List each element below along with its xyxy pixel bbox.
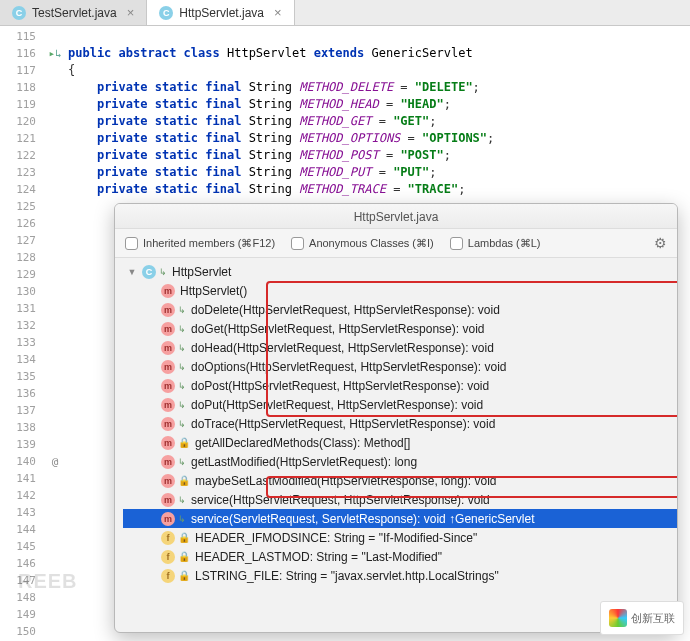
field-icon: f bbox=[161, 569, 175, 583]
method-icon: m bbox=[161, 436, 175, 450]
item-label: doTrace(HttpServletRequest, HttpServletR… bbox=[191, 417, 495, 431]
method-icon: m bbox=[161, 379, 175, 393]
tree-item[interactable]: f🔒LSTRING_FILE: String = "javax.servlet.… bbox=[123, 566, 677, 585]
override-icon: ↳ bbox=[178, 324, 186, 334]
run-icon[interactable]: ▸ bbox=[48, 47, 55, 60]
method-icon: m bbox=[161, 398, 175, 412]
lock-icon: 🔒 bbox=[178, 532, 190, 543]
tree-item[interactable]: m↳doPost(HttpServletRequest, HttpServlet… bbox=[123, 376, 677, 395]
item-label: doDelete(HttpServletRequest, HttpServlet… bbox=[191, 303, 500, 317]
override-icon: ↳ bbox=[178, 305, 186, 315]
override-icon: ↳ bbox=[178, 381, 186, 391]
tree-item[interactable]: m↳doTrace(HttpServletRequest, HttpServle… bbox=[123, 414, 677, 433]
field-icon: f bbox=[161, 550, 175, 564]
tree-item[interactable]: m↳getLastModified(HttpServletRequest): l… bbox=[123, 452, 677, 471]
tree-item[interactable]: m↳service(ServletRequest, ServletRespons… bbox=[123, 509, 677, 528]
lock-icon: 🔒 bbox=[178, 570, 190, 581]
item-label: service(HttpServletRequest, HttpServletR… bbox=[191, 493, 490, 507]
tree-item[interactable]: mHttpServlet() bbox=[123, 281, 677, 300]
marker-gutter: ▸↳ @ bbox=[42, 26, 68, 641]
tree-item[interactable]: m↳service(HttpServletRequest, HttpServle… bbox=[123, 490, 677, 509]
override-icon: ↳ bbox=[178, 400, 186, 410]
override-icon: ↳ bbox=[178, 514, 186, 524]
method-icon: m bbox=[161, 455, 175, 469]
item-label: getLastModified(HttpServletRequest): lon… bbox=[191, 455, 417, 469]
item-label: HttpServlet() bbox=[180, 284, 247, 298]
override-icon: ↳ bbox=[178, 362, 186, 372]
checkbox-icon[interactable] bbox=[291, 237, 304, 250]
tree-item[interactable]: m↳doPut(HttpServletRequest, HttpServletR… bbox=[123, 395, 677, 414]
checkbox-icon[interactable] bbox=[450, 237, 463, 250]
watermark: REEB bbox=[18, 570, 78, 593]
method-icon: m bbox=[161, 512, 175, 526]
item-label: HEADER_LASTMOD: String = "Last-Modified" bbox=[195, 550, 442, 564]
at-icon: @ bbox=[52, 455, 59, 468]
method-icon: m bbox=[161, 284, 175, 298]
watermark-logo: 创新互联 bbox=[600, 601, 684, 635]
anonymous-toggle[interactable]: Anonymous Classes (⌘I) bbox=[291, 237, 434, 250]
item-label: getAllDeclaredMethods(Class): Method[] bbox=[195, 436, 410, 450]
checkbox-icon[interactable] bbox=[125, 237, 138, 250]
item-label: HEADER_IFMODSINCE: String = "If-Modified… bbox=[195, 531, 477, 545]
tree-item[interactable]: m↳doDelete(HttpServletRequest, HttpServl… bbox=[123, 300, 677, 319]
tree-item[interactable]: m↳doOptions(HttpServletRequest, HttpServ… bbox=[123, 357, 677, 376]
tab-label: TestServlet.java bbox=[32, 6, 117, 20]
method-icon: m bbox=[161, 493, 175, 507]
tab-httpservlet[interactable]: C HttpServlet.java × bbox=[147, 0, 294, 25]
method-icon: m bbox=[161, 341, 175, 355]
override-icon: ↳ bbox=[178, 343, 186, 353]
tab-label: HttpServlet.java bbox=[179, 6, 264, 20]
tree-item[interactable]: m🔒getAllDeclaredMethods(Class): Method[] bbox=[123, 433, 677, 452]
tree-root[interactable]: ▼C↳HttpServlet bbox=[123, 262, 677, 281]
inherited-toggle[interactable]: Inherited members (⌘F12) bbox=[125, 237, 275, 250]
tab-testservlet[interactable]: C TestServlet.java × bbox=[0, 0, 147, 25]
field-icon: f bbox=[161, 531, 175, 545]
popup-title: HttpServlet.java bbox=[115, 204, 677, 229]
class-icon: C bbox=[159, 6, 173, 20]
lock-icon: 🔒 bbox=[178, 551, 190, 562]
close-icon[interactable]: × bbox=[127, 5, 135, 20]
method-icon: m bbox=[161, 474, 175, 488]
item-label: doHead(HttpServletRequest, HttpServletRe… bbox=[191, 341, 494, 355]
tree-item[interactable]: f🔒HEADER_LASTMOD: String = "Last-Modifie… bbox=[123, 547, 677, 566]
item-label: doOptions(HttpServletRequest, HttpServle… bbox=[191, 360, 507, 374]
lock-icon: 🔒 bbox=[178, 437, 190, 448]
method-icon: m bbox=[161, 360, 175, 374]
editor-tabs: C TestServlet.java × C HttpServlet.java … bbox=[0, 0, 690, 26]
watermark-text: 创新互联 bbox=[631, 611, 675, 626]
tree-item[interactable]: f🔒HEADER_IFMODSINCE: String = "If-Modifi… bbox=[123, 528, 677, 547]
method-icon: m bbox=[161, 303, 175, 317]
line-number-gutter: 1151161171181191201211221231241251261271… bbox=[0, 26, 42, 641]
item-label: doPost(HttpServletRequest, HttpServletRe… bbox=[191, 379, 489, 393]
tree-item[interactable]: m↳doGet(HttpServletRequest, HttpServletR… bbox=[123, 319, 677, 338]
item-label: LSTRING_FILE: String = "javax.servlet.ht… bbox=[195, 569, 499, 583]
lock-icon: 🔒 bbox=[178, 475, 190, 486]
structure-popup: HttpServlet.java Inherited members (⌘F12… bbox=[114, 203, 678, 633]
close-icon[interactable]: × bbox=[274, 5, 282, 20]
item-label: maybeSetLastModified(HttpServletResponse… bbox=[195, 474, 497, 488]
override-icon: ↳ bbox=[178, 457, 186, 467]
logo-icon bbox=[609, 609, 627, 627]
implements-icon: ↳ bbox=[159, 267, 167, 277]
item-label: service(ServletRequest, ServletResponse)… bbox=[191, 512, 534, 526]
popup-toolbar: Inherited members (⌘F12) Anonymous Class… bbox=[115, 229, 677, 258]
item-label: doGet(HttpServletRequest, HttpServletRes… bbox=[191, 322, 484, 336]
override-icon: ↳ bbox=[178, 419, 186, 429]
lambdas-toggle[interactable]: Lambdas (⌘L) bbox=[450, 237, 541, 250]
tree-item[interactable]: m🔒maybeSetLastModified(HttpServletRespon… bbox=[123, 471, 677, 490]
tree-item[interactable]: m↳doHead(HttpServletRequest, HttpServlet… bbox=[123, 338, 677, 357]
item-label: doPut(HttpServletRequest, HttpServletRes… bbox=[191, 398, 483, 412]
implements-icon[interactable]: ↳ bbox=[55, 47, 62, 60]
gear-icon[interactable]: ⚙ bbox=[654, 235, 667, 251]
override-icon: ↳ bbox=[178, 495, 186, 505]
method-icon: m bbox=[161, 322, 175, 336]
structure-tree[interactable]: ▼C↳HttpServletmHttpServlet()m↳doDelete(H… bbox=[115, 258, 677, 630]
class-icon: C bbox=[12, 6, 26, 20]
class-icon: C bbox=[142, 265, 156, 279]
method-icon: m bbox=[161, 417, 175, 431]
